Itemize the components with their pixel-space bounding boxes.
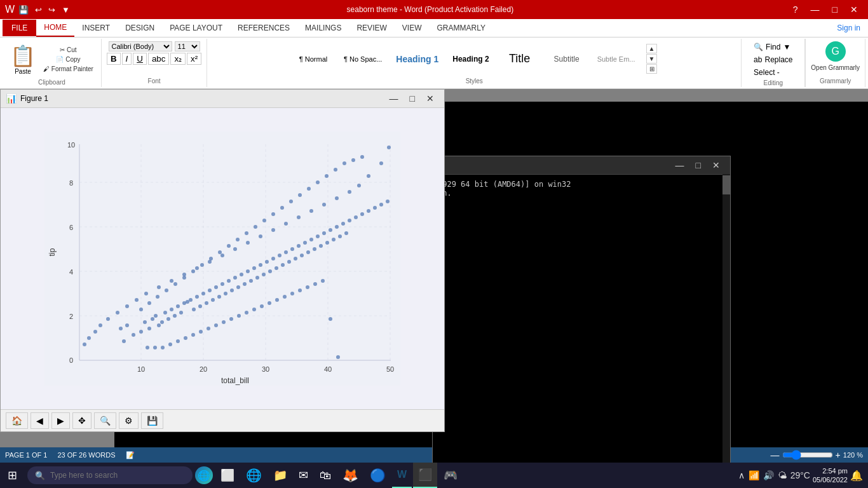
taskbar-task-view[interactable]: ⬜: [215, 463, 240, 488]
tray-network-icon[interactable]: 📶: [749, 470, 759, 480]
style-normal-label: ¶ Normal: [297, 55, 330, 63]
tab-grammarly[interactable]: GRAMMARLY: [429, 20, 492, 36]
style-title-label: Title: [503, 52, 536, 65]
proofing-icon[interactable]: 📝: [126, 451, 135, 459]
svg-point-81: [309, 238, 313, 241]
svg-point-116: [195, 266, 199, 270]
zoom-slider[interactable]: [782, 450, 833, 460]
redo-quick-btn[interactable]: ↪: [46, 4, 58, 16]
styles-scroll-up[interactable]: ▲: [646, 44, 658, 53]
figure-titlebar[interactable]: 📊 Figure 1 — □ ✕: [1, 90, 444, 108]
taskbar-edge[interactable]: 🌐: [241, 463, 267, 488]
tray-up-arrow[interactable]: ∧: [738, 470, 745, 480]
superscript-button[interactable]: x²: [187, 53, 201, 65]
tray-weather-icon[interactable]: 🌤: [778, 470, 787, 480]
replace-button[interactable]: ab Replace: [751, 54, 795, 65]
tab-file[interactable]: FILE: [3, 20, 36, 36]
title-bar-controls: ? — □ ✕: [788, 3, 863, 16]
style-heading1[interactable]: Heading 1: [390, 51, 444, 67]
select-button[interactable]: Select -: [751, 67, 782, 78]
close-btn[interactable]: ✕: [845, 3, 863, 16]
terminal-minimize-btn[interactable]: —: [670, 159, 689, 172]
tab-page-layout[interactable]: PAGE LAYOUT: [162, 20, 230, 36]
help-btn[interactable]: ?: [788, 3, 803, 16]
taskbar-gaming[interactable]: 🎮: [438, 463, 463, 488]
figure-minimize-btn[interactable]: —: [384, 92, 403, 105]
notification-icon[interactable]: 🔔: [850, 470, 863, 482]
tab-references[interactable]: REFERENCES: [230, 20, 297, 36]
terminal-close-btn[interactable]: ✕: [707, 159, 725, 172]
style-subtle-em[interactable]: Subtle Em...: [592, 52, 641, 66]
zoom-out-btn[interactable]: —: [771, 450, 780, 460]
svg-point-178: [321, 279, 325, 283]
taskbar-search-box[interactable]: 🔍: [27, 466, 193, 484]
figure-maximize-btn[interactable]: □: [405, 92, 420, 105]
sign-in-link[interactable]: Sign in: [832, 20, 865, 36]
word-count[interactable]: 23 OF 26 WORDS: [57, 451, 115, 459]
paste-button[interactable]: 📋 Paste: [8, 41, 38, 78]
chart-save-btn[interactable]: 💾: [141, 412, 163, 429]
open-grammarly-button[interactable]: Open Grammarly: [811, 64, 860, 71]
undo-quick-btn[interactable]: ↩: [32, 4, 44, 16]
taskbar-search-input[interactable]: [50, 471, 185, 480]
style-heading2[interactable]: Heading 2: [447, 51, 494, 67]
figure-close-btn[interactable]: ✕: [421, 92, 439, 105]
tray-volume-icon[interactable]: 🔊: [763, 470, 774, 480]
taskbar-store[interactable]: 🛍: [315, 463, 336, 488]
terminal-scroll-thumb[interactable]: [722, 175, 730, 194]
tab-review[interactable]: REVIEW: [349, 20, 394, 36]
chart-forward-btn[interactable]: ▶: [51, 412, 70, 429]
taskbar-word[interactable]: W: [392, 463, 412, 488]
style-title[interactable]: Title: [498, 49, 542, 69]
copy-button[interactable]: 📄 Copy: [41, 55, 96, 64]
maximize-btn[interactable]: □: [827, 3, 843, 16]
subscript-button[interactable]: x₂: [170, 53, 186, 65]
underline-button[interactable]: U: [133, 53, 147, 65]
svg-point-109: [284, 222, 288, 226]
page-indicator[interactable]: PAGE 1 OF 1: [5, 451, 47, 459]
tab-mailings[interactable]: MAILINGS: [297, 20, 349, 36]
svg-point-42: [186, 300, 189, 304]
start-button[interactable]: ⊞: [0, 463, 25, 488]
style-subtitle[interactable]: Subtitle: [545, 51, 589, 67]
style-normal[interactable]: ¶ Normal: [291, 52, 336, 66]
italic-button[interactable]: I: [122, 53, 132, 65]
chart-configure-btn[interactable]: ⚙: [119, 412, 139, 429]
grammarly-icon[interactable]: G: [825, 41, 846, 62]
customize-quick-btn[interactable]: ▼: [59, 4, 72, 16]
tab-home[interactable]: HOME: [36, 19, 74, 37]
taskbar-mail[interactable]: ✉: [294, 463, 313, 488]
terminal-maximize-btn[interactable]: □: [691, 159, 706, 172]
svg-point-118: [170, 279, 173, 283]
taskbar-clock[interactable]: 2:54 pm 05/06/2022: [813, 466, 848, 485]
chart-back-btn[interactable]: ◀: [31, 412, 49, 429]
tab-view[interactable]: VIEW: [395, 20, 430, 36]
system-tray-icons: ∧ 📶 🔊 🌤 29°C: [738, 470, 810, 480]
cortana-button[interactable]: 🌐: [195, 466, 213, 484]
taskbar-terminal[interactable]: ⬛: [413, 463, 437, 488]
style-nospace[interactable]: ¶ No Spac...: [338, 52, 388, 66]
minimize-btn[interactable]: —: [806, 3, 825, 16]
font-size-select[interactable]: 11: [175, 41, 200, 51]
font-family-select[interactable]: Calibri (Body): [109, 41, 172, 51]
cut-button[interactable]: ✂ Cut: [41, 46, 96, 54]
taskbar-firefox[interactable]: 🦊: [337, 463, 363, 488]
strikethrough-button[interactable]: abc: [148, 53, 170, 65]
styles-expand[interactable]: ⊞: [646, 64, 658, 74]
save-quick-btn[interactable]: 💾: [16, 4, 31, 16]
tab-insert[interactable]: INSERT: [74, 20, 118, 36]
chart-zoom-btn[interactable]: 🔍: [94, 412, 116, 429]
chart-home-btn[interactable]: 🏠: [6, 412, 28, 429]
format-painter-button[interactable]: 🖌 Format Painter: [41, 65, 96, 73]
taskbar-chrome[interactable]: 🔵: [365, 463, 391, 488]
svg-point-147: [298, 193, 302, 197]
bold-button[interactable]: B: [107, 53, 121, 65]
find-button[interactable]: 🔍 Find ▼: [751, 41, 793, 53]
terminal-scrollbar[interactable]: [722, 174, 730, 479]
taskbar-file-explorer[interactable]: 📁: [268, 463, 292, 488]
terminal-content-area: 1929 64 bit (AMD64)] on win32 on.: [433, 175, 730, 479]
styles-scroll-down[interactable]: ▼: [646, 54, 658, 64]
chart-move-btn[interactable]: ✥: [72, 412, 92, 429]
tab-design[interactable]: DESIGN: [118, 20, 162, 36]
zoom-in-btn[interactable]: +: [836, 450, 841, 460]
